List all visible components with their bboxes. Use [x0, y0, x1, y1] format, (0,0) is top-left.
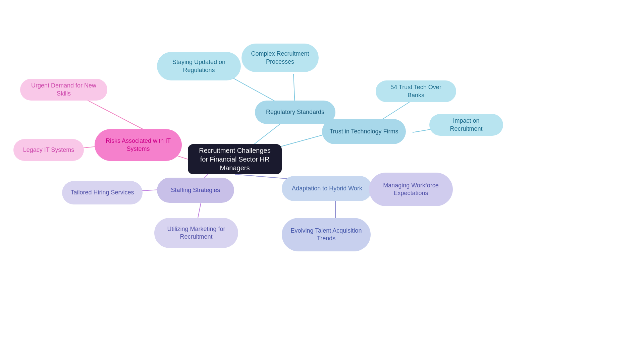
urgent-demand-node: Urgent Demand for New Skills [20, 79, 107, 101]
utilizing-marketing-node: Utilizing Marketing for Recruitment [154, 218, 238, 248]
staffing-strategies-node: Staffing Strategies [157, 178, 234, 203]
risks-it-node: Risks Associated with IT Systems [95, 129, 182, 161]
staying-updated-node: Staying Updated on Regulations [157, 52, 241, 80]
adaptation-hybrid-node: Adaptation to Hybrid Work [282, 176, 372, 201]
managing-workforce-node: Managing Workforce Expectations [369, 173, 453, 206]
tailored-hiring-node: Tailored Hiring Services [62, 181, 143, 204]
trust-over-banks-node: 54 Trust Tech Over Banks [376, 80, 456, 102]
trust-tech-node: Trust in Technology Firms [322, 119, 406, 144]
evolving-talent-node: Evolving Talent Acquisition Trends [282, 218, 371, 251]
complex-recruitment-node: Complex Recruitment Processes [241, 44, 319, 72]
svg-line-11 [198, 201, 201, 218]
regulatory-standards-node: Regulatory Standards [255, 101, 335, 124]
impact-recruitment-node: Impact on Recruitment [429, 114, 503, 136]
center-node: Recruitment Challenges for Financial Sec… [188, 144, 282, 174]
legacy-it-node: Legacy IT Systems [13, 139, 84, 161]
